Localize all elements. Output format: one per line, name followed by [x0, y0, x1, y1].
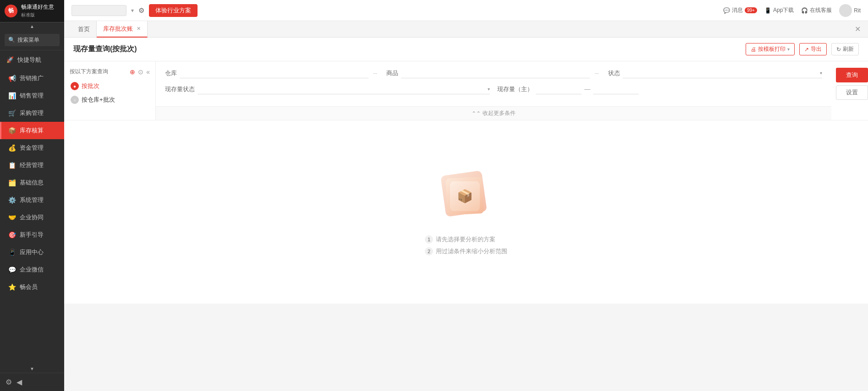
warehouse-input[interactable]: [180, 68, 368, 78]
collapse-more-button[interactable]: ⌃⌃ 收起更多条件: [156, 106, 831, 120]
sidebar-item-label: 库存核算: [20, 126, 44, 135]
search-icon: 🔍: [8, 37, 15, 43]
empty-illustration: 📦: [436, 168, 496, 228]
appstore-icon: 📱: [8, 248, 16, 256]
sidebar-scroll-down[interactable]: ▼: [0, 365, 64, 373]
sidebar-item-purchase[interactable]: 🛒 采购管理: [0, 104, 64, 122]
scheme-icon-warehouse: ○: [71, 96, 79, 104]
page-close-button[interactable]: ✕: [855, 25, 861, 33]
sidebar-item-marketing[interactable]: 📢 营销推广: [0, 70, 64, 87]
product-input[interactable]: [401, 68, 590, 78]
sidebar-item-label: 采购管理: [20, 109, 44, 117]
sidebar-item-appstore[interactable]: 📱 应用中心: [0, 244, 64, 261]
sidebar-item-inventory[interactable]: 📦 库存核算: [0, 122, 64, 139]
sidebar-item-basic[interactable]: 🗂️ 基础信息: [0, 174, 64, 191]
wechat-icon: 💬: [8, 266, 16, 274]
scheme-add-button[interactable]: ⊕: [130, 68, 135, 76]
sidebar-item-label: 基础信息: [20, 179, 44, 187]
purchase-icon: 🛒: [8, 109, 16, 117]
sidebar-item-vip[interactable]: ⭐ 畅会员: [0, 278, 64, 296]
sidebar: 畅 畅康通好生意 标准版 ▲ 🔍 搜索菜单 🚀 快捷导航 📢 营销推广 📊 销售…: [0, 0, 64, 391]
settings-icon: ⚙: [5, 378, 12, 386]
tip-num-1: 1: [425, 235, 433, 244]
topbar-chevron-icon[interactable]: ▾: [131, 7, 134, 14]
topbar-settings-icon[interactable]: ⚙: [138, 6, 144, 15]
filter-row-1: 仓库 ··· 商品 ··· 状态: [165, 68, 822, 78]
page-title: 现存量查询(按批次): [73, 44, 137, 54]
status-select[interactable]: [623, 68, 820, 78]
inventory-icon: 📦: [8, 126, 16, 135]
collapse-icon: ◀: [16, 378, 22, 386]
inventory-qty-field: 现存量（主） —: [497, 84, 822, 94]
experience-button[interactable]: 体验行业方案: [149, 4, 198, 17]
scheme-item-batch[interactable]: ● 按批次: [64, 79, 155, 93]
query-button[interactable]: 查询: [836, 68, 868, 82]
user-name: Rit: [854, 7, 861, 14]
scheme-batch-label: 按批次: [82, 82, 99, 90]
topbar-right: 💬 消息 99+ 📱 App下载 🎧 在线客服 Rit: [723, 4, 861, 17]
topbar: ▾ ⚙ 体验行业方案 💬 消息 99+ 📱 App下载 🎧 在线客服 Rit: [64, 0, 868, 21]
tip-num-2: 2: [425, 247, 433, 255]
filter-settings-button[interactable]: 设置: [836, 85, 868, 100]
search-menu-button[interactable]: 🔍 搜索菜单: [5, 34, 60, 46]
product-more-button[interactable]: ···: [593, 70, 600, 77]
sidebar-item-label: 销售管理: [20, 92, 44, 100]
scheme-panel: 按以下方案查询 ⊕ ⊙ « ● 按批次: [64, 61, 156, 120]
tab-close-icon[interactable]: ✕: [137, 26, 141, 32]
sidebar-item-newuser[interactable]: 🎯 新手引导: [0, 226, 64, 244]
topbar-search-input[interactable]: [71, 5, 126, 16]
tip-text-1: 请先选择要分析的方案: [436, 235, 495, 244]
app-company: 畅康通好生意: [21, 4, 54, 11]
sidebar-item-label: 企业微信: [20, 266, 44, 274]
inventory-qty-to-input[interactable]: [593, 84, 639, 94]
scheme-collapse-button[interactable]: «: [146, 68, 150, 76]
collapse-up-icon: ⌃⌃: [472, 110, 481, 117]
export-icon: ↗: [804, 46, 809, 53]
export-button[interactable]: ↗ 导出: [799, 43, 827, 55]
warehouse-more-button[interactable]: ···: [371, 70, 379, 77]
messages-item[interactable]: 💬 消息 99+: [723, 6, 757, 14]
sidebar-item-wechat[interactable]: 💬 企业微信: [0, 261, 64, 278]
scheme-item-warehouse-batch[interactable]: ○ 按仓库+批次: [64, 93, 155, 107]
refresh-button[interactable]: ↻ 刷新: [831, 43, 859, 55]
tab-inventory-batch[interactable]: 库存批次账 ✕: [97, 21, 148, 38]
refresh-icon: ↻: [836, 46, 841, 53]
print-button[interactable]: 🖨 按模板打印 ▾: [746, 43, 795, 55]
online-service-label: 在线客服: [810, 6, 832, 14]
avatar: [839, 4, 852, 17]
inventory-status-select[interactable]: [198, 84, 488, 94]
tab-home[interactable]: 首页: [71, 21, 97, 38]
user-item[interactable]: Rit: [839, 4, 861, 17]
tab-home-label: 首页: [78, 25, 90, 33]
status-dropdown-icon: ▾: [820, 71, 822, 76]
scheme-settings-button[interactable]: ⊙: [138, 68, 143, 76]
sidebar-nav: 📢 营销推广 📊 销售管理 🛒 采购管理 📦 库存核算 💰 资金管理 📋 经营管…: [0, 70, 64, 365]
inventory-status-label: 现存量状态: [165, 85, 195, 93]
headset-icon: 🎧: [801, 7, 808, 14]
sidebar-item-sales[interactable]: 📊 销售管理: [0, 87, 64, 104]
footer-settings-button[interactable]: ⚙: [5, 377, 13, 387]
tab-inventory-batch-label: 库存批次账: [103, 25, 133, 33]
sidebar-item-label: 系统管理: [20, 196, 44, 204]
sidebar-item-label: 新手引导: [20, 231, 44, 239]
online-service-item[interactable]: 🎧 在线客服: [801, 6, 832, 14]
quick-nav-item[interactable]: 🚀 快捷导航: [6, 53, 58, 67]
print-icon: 🖨: [751, 46, 756, 53]
sidebar-item-system[interactable]: ⚙️ 系统管理: [0, 191, 64, 209]
print-chevron-icon: ▾: [787, 47, 790, 52]
inventory-qty-from-input[interactable]: [536, 84, 582, 94]
sidebar-scroll-up[interactable]: ▲: [0, 22, 64, 30]
app-download-label: App下载: [773, 6, 794, 14]
filter-actions: 查询 设置: [831, 61, 868, 120]
inventory-status-field: 现存量状态 ▾: [165, 84, 490, 94]
footer-collapse-button[interactable]: ◀: [16, 377, 23, 387]
sidebar-item-finance[interactable]: 💰 资金管理: [0, 139, 64, 157]
empty-tips: 1 请先选择要分析的方案 2 用过滤条件来缩小分析范围: [425, 235, 507, 255]
tabbar: 首页 库存批次账 ✕ ✕: [64, 21, 868, 38]
app-version: 标准版: [21, 12, 54, 18]
sidebar-item-ops[interactable]: 📋 经营管理: [0, 157, 64, 174]
app-download-item[interactable]: 📱 App下载: [764, 6, 794, 14]
sidebar-item-collab[interactable]: 🤝 企业协同: [0, 209, 64, 226]
scheme-icon-batch: ●: [71, 82, 79, 90]
finance-icon: 💰: [8, 144, 16, 152]
